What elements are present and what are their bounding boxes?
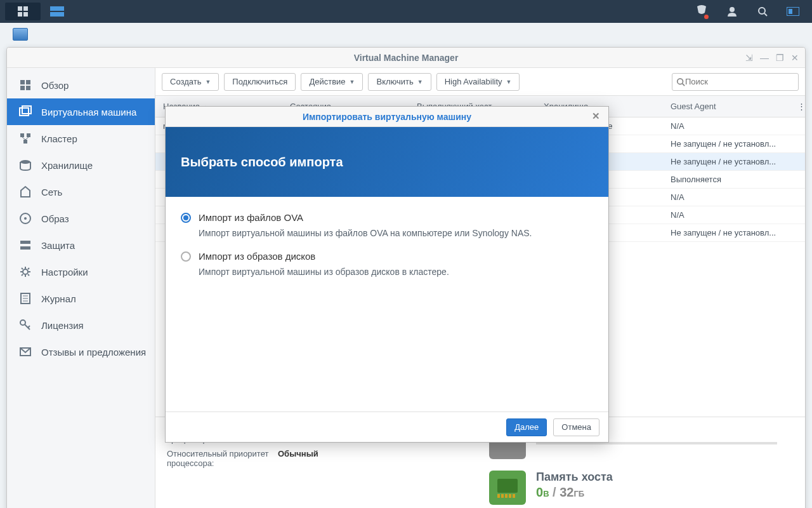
window-maximize-icon[interactable]: ❐ [773, 51, 786, 64]
window-minimize-icon[interactable]: — [758, 51, 771, 64]
svg-line-21 [25, 137, 29, 140]
cell-agent: N/A [663, 192, 805, 202]
user-icon[interactable] [718, 3, 746, 20]
window-title: Virtual Machine Manager [354, 53, 459, 63]
action-button[interactable]: Действие▼ [301, 73, 363, 91]
widgets-icon[interactable] [779, 3, 807, 20]
create-button[interactable]: Создать▼ [162, 73, 219, 91]
svg-rect-16 [22, 106, 31, 114]
overview-icon [18, 78, 32, 92]
sidebar-item-label: Отзывы и предложения [41, 347, 146, 358]
sidebar: Обзор Виртуальная машина Кластер Хранили… [7, 68, 155, 508]
radio-import-disk[interactable] [181, 251, 191, 262]
svg-rect-0 [18, 6, 22, 11]
main-menu-button[interactable] [5, 3, 41, 20]
sidebar-item-log[interactable]: Журнал [7, 285, 155, 312]
ha-button[interactable]: High Availability▼ [436, 73, 520, 91]
sidebar-item-settings[interactable]: Настройки [7, 258, 155, 285]
dialog-hero: Выбрать способ импорта [166, 127, 608, 197]
sidebar-item-label: Настройки [41, 267, 88, 277]
shield-icon [18, 238, 32, 252]
svg-rect-42 [509, 494, 511, 498]
next-button[interactable]: Далее [506, 418, 547, 436]
svg-point-22 [20, 160, 30, 164]
image-icon [18, 211, 32, 225]
svg-rect-18 [27, 133, 30, 137]
svg-rect-40 [501, 494, 504, 498]
vm-icon [18, 105, 32, 119]
svg-rect-26 [20, 246, 30, 250]
sidebar-item-network[interactable]: Сеть [7, 178, 155, 205]
svg-point-6 [730, 7, 735, 12]
mail-icon [18, 345, 32, 359]
key-icon [18, 318, 32, 332]
dialog-close-icon[interactable]: ✕ [592, 110, 603, 122]
search-icon[interactable] [749, 3, 776, 20]
svg-point-32 [20, 320, 25, 325]
window-pin-icon[interactable]: ⇲ [743, 51, 756, 64]
col-menu-icon[interactable]: ⋮ [790, 102, 805, 111]
svg-rect-12 [26, 80, 30, 84]
svg-line-34 [28, 326, 30, 328]
svg-rect-38 [497, 479, 518, 493]
svg-rect-2 [18, 12, 22, 17]
radio-label-ova[interactable]: Импорт из файлов OVA [199, 212, 303, 223]
sidebar-item-label: Кластер [41, 133, 77, 144]
radio-label-disk[interactable]: Импорт из образов дисков [199, 251, 315, 262]
cell-agent: Не запущен / не установл... [663, 139, 805, 149]
sidebar-item-label: Обзор [41, 80, 69, 91]
svg-rect-14 [26, 86, 30, 90]
sidebar-item-image[interactable]: Образ [7, 205, 155, 232]
cluster-icon [18, 131, 32, 145]
sidebar-item-overview[interactable]: Обзор [7, 72, 155, 98]
sidebar-item-protection[interactable]: Защита [7, 232, 155, 258]
sidebar-item-label: Лицензия [41, 320, 84, 331]
svg-rect-25 [20, 241, 30, 244]
connect-button[interactable]: Подключиться [224, 73, 296, 91]
cell-agent: Выполняется [663, 175, 805, 184]
window-titlebar[interactable]: Virtual Machine Manager ⇲ — ❐ ✕ [7, 48, 805, 68]
desktop-shortcut[interactable] [13, 28, 28, 41]
gear-icon [18, 265, 32, 279]
svg-rect-4 [50, 6, 64, 11]
priority-label: Относительный приоритет процессора: [167, 449, 278, 468]
cell-agent: Не запущен / не установл... [663, 157, 805, 166]
svg-rect-17 [20, 133, 24, 137]
dialog-titlebar[interactable]: Импортировать виртуальную машину ✕ [166, 107, 608, 127]
sidebar-item-label: Хранилище [41, 160, 93, 171]
sidebar-item-license[interactable]: Лицензия [7, 312, 155, 338]
cell-agent: Не запущен / не установл... [663, 228, 805, 237]
log-icon [18, 291, 32, 305]
sidebar-item-label: Защита [41, 240, 75, 251]
cancel-button[interactable]: Отмена [553, 418, 599, 436]
svg-line-37 [683, 83, 685, 86]
svg-point-27 [23, 269, 28, 274]
notifications-icon[interactable] [688, 3, 716, 20]
cell-agent: N/A [663, 210, 805, 220]
memory-value: 0B / 32ГБ [536, 485, 613, 500]
radio-import-ova[interactable] [181, 213, 191, 223]
toolbar: Создать▼ Подключиться Действие▼ Включить… [155, 68, 805, 96]
svg-rect-43 [513, 494, 515, 498]
storage-app-icon[interactable] [43, 3, 71, 20]
sidebar-item-feedback[interactable]: Отзывы и предложения [7, 338, 155, 365]
desktop-area: Virtual Machine Manager ⇲ — ❐ ✕ Обзор Ви… [0, 23, 812, 508]
svg-rect-10 [789, 9, 792, 14]
power-button[interactable]: Включить▼ [368, 73, 431, 91]
svg-line-8 [764, 13, 767, 16]
memory-icon [489, 471, 526, 505]
search-input[interactable] [672, 73, 799, 91]
col-agent[interactable]: Guest Agent [663, 102, 790, 111]
radio-desc-ova: Импорт виртуальной машины из файлов OVA … [199, 228, 593, 238]
svg-rect-13 [20, 86, 25, 90]
svg-rect-15 [20, 108, 29, 116]
dialog-heading: Выбрать способ импорта [181, 155, 343, 170]
svg-rect-1 [23, 6, 28, 11]
sidebar-item-label: Виртуальная машина [41, 107, 136, 117]
sidebar-item-storage[interactable]: Хранилище [7, 152, 155, 178]
sidebar-item-vm[interactable]: Виртуальная машина [7, 98, 155, 125]
window-close-icon[interactable]: ✕ [789, 51, 801, 64]
sidebar-item-cluster[interactable]: Кластер [7, 125, 155, 152]
svg-point-24 [24, 217, 27, 220]
cell-agent: N/A [663, 121, 805, 131]
